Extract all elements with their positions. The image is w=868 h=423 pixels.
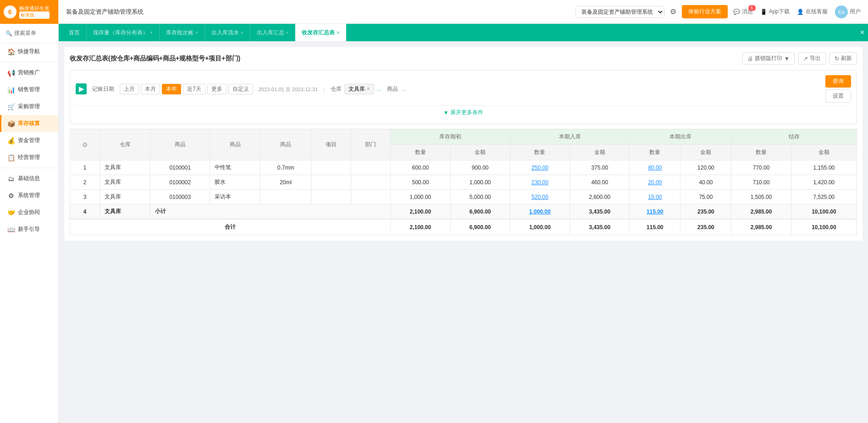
filter-row-main: ▶ 记账日期 上月 本月 本年 近7天 更多 自定义 2023-01-01 至 … <box>76 75 851 103</box>
print-icon: 🖨 <box>747 55 753 62</box>
subtotal-label: 小计 <box>150 204 391 220</box>
th-out-amount: 金额 <box>680 145 731 160</box>
sidebar-item-inventory[interactable]: 📦 库存核算 <box>0 115 58 132</box>
th-in-qty: 数量 <box>510 145 569 160</box>
sidebar-item-newbie[interactable]: 📖 新手引导 <box>0 221 58 238</box>
tab-batch-account-label: 库存批次账 <box>166 29 194 37</box>
tab-receipt-summary-close[interactable]: × <box>337 30 339 35</box>
messages-btn[interactable]: 💬 消息 6 <box>733 8 753 16</box>
tab-in-out-summary[interactable]: 出入库汇总 × <box>250 24 296 41</box>
cell-in-qty[interactable]: 520.00 <box>510 190 569 204</box>
date-btn-custom[interactable]: 自定义 <box>228 84 253 94</box>
cell-goods-code: 0100001 <box>150 160 210 175</box>
tab-receipt-summary[interactable]: 收发存汇总表 × <box>295 24 346 41</box>
cell-out-qty[interactable]: 20.00 <box>630 175 680 190</box>
tab-in-out-summary-close[interactable]: × <box>286 30 289 35</box>
date-btn-7days[interactable]: 近7天 <box>183 84 205 94</box>
settings-gear-icon[interactable]: ⚙ <box>670 7 676 16</box>
th-opening: 库存期初 <box>391 129 510 145</box>
warehouse-tag[interactable]: 文具库 × <box>344 84 374 94</box>
filter-setting-btn[interactable]: 设置 <box>825 89 851 103</box>
sidebar-item-operations[interactable]: 📋 经营管理 <box>0 149 58 166</box>
cell-in-amount: 2,600.00 <box>570 190 630 204</box>
user-menu[interactable]: Ea 用户 <box>835 5 861 18</box>
finance-icon: 💰 <box>7 137 15 144</box>
subtotal-balance-amount: 10,100.00 <box>791 204 857 220</box>
cell-in-amount: 375.00 <box>570 160 630 175</box>
filter-expand-btn[interactable]: ▶ <box>76 83 87 94</box>
sidebar-item-basic-info[interactable]: 🗂 基础信息 <box>0 170 58 187</box>
filter-query-settings: 查询 设置 <box>825 75 851 103</box>
refresh-btn[interactable]: ↻ 刷新 <box>829 52 857 65</box>
column-settings-icon[interactable]: ⚙ <box>82 141 88 148</box>
sidebar-search-area: 🔍 搜索菜单 <box>0 24 58 43</box>
sidebar-item-marketing[interactable]: 📢 营销推广 <box>0 64 58 81</box>
system-selector[interactable]: 装备及固定资产辅助管理系统 <box>575 6 664 18</box>
warehouse-tag-close[interactable]: × <box>367 86 370 92</box>
message-icon: 💬 <box>733 9 740 15</box>
cell-in-qty[interactable]: 230.00 <box>510 175 569 190</box>
tab-inventory-dist-label: 现存量（库存分布表） <box>93 29 148 37</box>
warehouse-more-btn[interactable]: ... <box>377 86 381 92</box>
date-range-display: 2023-01-01 至 2023-12-31 <box>259 86 318 93</box>
tab-batch-account[interactable]: 库存批次账 × <box>160 24 205 41</box>
cell-balance-amount: 1,155.00 <box>791 160 857 175</box>
search-icon: 🔍 <box>6 30 12 37</box>
cell-warehouse: 文具库 <box>100 190 150 204</box>
subtotal-out-qty[interactable]: 115.00 <box>630 204 680 220</box>
search-menu-button[interactable]: 🔍 搜索菜单 <box>4 27 55 39</box>
tab-inventory-dist-close[interactable]: × <box>150 30 153 35</box>
th-settings[interactable]: ⚙ <box>70 129 100 160</box>
cell-balance-amount: 7,525.00 <box>791 190 857 204</box>
tab-inventory-dist[interactable]: 现存量（库存分布表） × <box>87 24 160 41</box>
inventory-icon: 📦 <box>7 120 15 127</box>
total-out-qty: 115.00 <box>630 219 680 235</box>
total-opening-amount: 6,900.00 <box>450 219 510 235</box>
cell-out-qty[interactable]: 80.00 <box>630 160 680 175</box>
sidebar-item-sales[interactable]: 📊 销售管理 <box>0 81 58 98</box>
expand-more-conditions[interactable]: ▼ 展开更多条件 <box>76 105 851 119</box>
sidebar-item-purchase[interactable]: 🛒 采购管理 <box>0 98 58 115</box>
cell-out-qty[interactable]: 15.00 <box>630 190 680 204</box>
table-row: 3 文具库 0100003 采访本 1,000.00 5,000.00 520.… <box>70 190 857 204</box>
app-download-btn[interactable]: 📱 App下载 <box>760 8 790 16</box>
sidebar-item-finance[interactable]: 💰 资金管理 <box>0 132 58 149</box>
date-btn-this-month[interactable]: 本月 <box>141 84 160 94</box>
tab-home[interactable]: 首页 <box>62 24 87 41</box>
subtotal-in-qty[interactable]: 1,000.00 <box>510 204 569 220</box>
print-btn[interactable]: 🖨 拨锁版打印 ▼ <box>742 52 795 65</box>
page-title-row: 收发存汇总表(按仓库+商品编码+商品+规格型号+项目+部门) 🖨 拨锁版打印 ▼… <box>70 52 857 65</box>
sidebar-item-quick-nav[interactable]: 🏠 快捷导航 <box>0 43 58 60</box>
online-service-btn[interactable]: 👤 在线客服 <box>797 8 828 16</box>
cell-project <box>311 175 351 190</box>
date-btn-last-month[interactable]: 上月 <box>120 84 139 94</box>
cell-goods-name: 采访本 <box>210 190 260 204</box>
sidebar-item-system[interactable]: ⚙ 系统管理 <box>0 187 58 204</box>
th-out: 本期出库 <box>630 129 731 145</box>
subtotal-no: 4 <box>70 204 100 220</box>
th-project: 项目 <box>311 129 351 160</box>
export-btn[interactable]: ↗ 导出 <box>798 52 826 65</box>
query-btn[interactable]: 查询 <box>825 75 851 88</box>
subtotal-out-amount: 235.00 <box>680 204 731 220</box>
warehouse-label: 仓库 <box>331 85 342 93</box>
filter-area: ▶ 记账日期 上月 本月 本年 近7天 更多 自定义 2023-01-01 至 … <box>70 70 857 124</box>
topbar: 装备及固定资产辅助管理系统 装备及固定资产辅助管理系统 ⚙ 体验行业方案 💬 消… <box>59 0 868 24</box>
tabbar-close-all-btn[interactable]: × <box>860 28 864 37</box>
tab-in-out-flow[interactable]: 出入库流水 × <box>205 24 250 41</box>
th-balance: 结存 <box>731 129 857 145</box>
cell-goods-name: 中性笔 <box>210 160 260 175</box>
goods-more-btn[interactable]: ... <box>402 86 406 92</box>
date-btn-more[interactable]: 更多 <box>207 84 227 94</box>
tab-in-out-flow-close[interactable]: × <box>241 30 243 35</box>
purchase-icon: 🛒 <box>7 103 15 110</box>
date-btn-this-year[interactable]: 本年 <box>162 84 181 94</box>
cell-in-qty[interactable]: 250.00 <box>510 160 569 175</box>
system-icon: ⚙ <box>7 192 15 199</box>
table-row: 1 文具库 0100001 中性笔 0.7mm 600.00 900.00 25… <box>70 160 857 175</box>
cell-balance-qty: 710.00 <box>731 175 791 190</box>
sidebar-item-enterprise[interactable]: 🤝 企业协同 <box>0 204 58 221</box>
experience-btn[interactable]: 体验行业方案 <box>682 5 728 18</box>
operations-icon: 📋 <box>7 154 15 161</box>
tab-batch-account-close[interactable]: × <box>195 30 198 35</box>
